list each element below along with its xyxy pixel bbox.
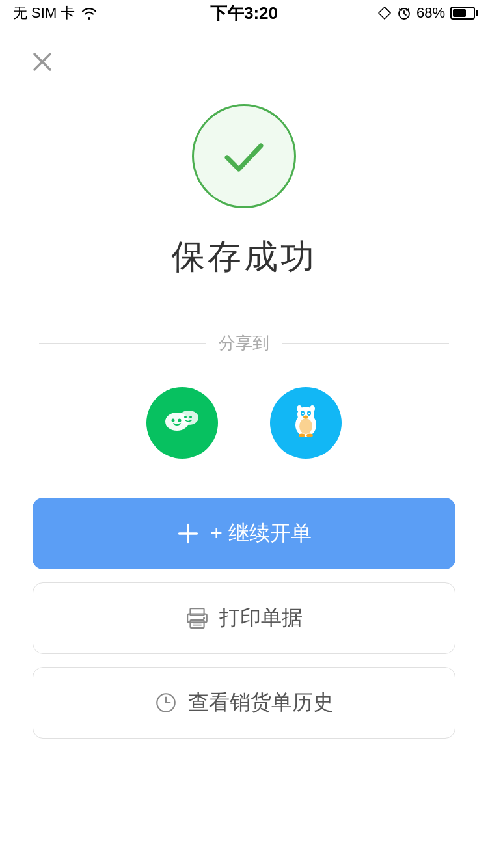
status-right: 68% xyxy=(377,5,475,21)
qq-icon xyxy=(286,403,326,443)
success-circle xyxy=(192,104,296,208)
svg-point-13 xyxy=(302,413,304,414)
plus-icon xyxy=(176,522,200,545)
location-icon xyxy=(377,6,392,20)
svg-point-14 xyxy=(308,413,310,414)
svg-point-15 xyxy=(303,416,308,419)
svg-point-19 xyxy=(297,405,302,412)
success-title: 保存成功 xyxy=(171,234,317,280)
close-icon xyxy=(31,50,54,74)
share-section: 分享到 xyxy=(0,306,488,485)
svg-point-6 xyxy=(178,419,182,422)
continue-button[interactable]: + 继续开单 xyxy=(33,498,455,569)
history-button[interactable]: 查看销货单历史 xyxy=(33,667,455,739)
svg-point-20 xyxy=(310,405,315,412)
continue-label: + 继续开单 xyxy=(210,519,312,548)
wechat-icon xyxy=(161,402,203,444)
print-icon xyxy=(185,606,209,630)
svg-point-18 xyxy=(306,434,313,437)
battery-percent: 68% xyxy=(416,5,445,21)
svg-point-8 xyxy=(189,416,192,418)
svg-point-17 xyxy=(299,434,305,437)
print-label: 打印单据 xyxy=(219,604,303,632)
divider-right xyxy=(282,343,449,344)
status-time: 下午3:20 xyxy=(210,2,278,25)
battery-icon xyxy=(450,7,475,20)
divider-left xyxy=(39,343,206,344)
svg-point-4 xyxy=(179,411,198,425)
battery-fill xyxy=(453,9,466,17)
history-label: 查看销货单历史 xyxy=(188,688,334,717)
share-label: 分享到 xyxy=(219,332,269,355)
svg-point-26 xyxy=(203,617,205,619)
share-divider: 分享到 xyxy=(39,332,449,355)
svg-rect-24 xyxy=(190,620,204,628)
wechat-share-button[interactable] xyxy=(146,387,218,459)
svg-point-5 xyxy=(172,419,175,422)
alarm-icon xyxy=(397,6,411,20)
status-bar: 无 SIM 卡 下午3:20 68% xyxy=(0,0,488,26)
history-icon xyxy=(154,691,178,714)
share-icons xyxy=(146,387,342,459)
close-area xyxy=(0,26,488,85)
close-button[interactable] xyxy=(26,46,59,78)
checkmark-icon xyxy=(218,130,270,182)
success-section: 保存成功 xyxy=(0,85,488,306)
no-sim-label: 无 SIM 卡 xyxy=(13,3,75,23)
svg-point-7 xyxy=(184,416,187,418)
print-button[interactable]: 打印单据 xyxy=(33,582,455,654)
status-left: 无 SIM 卡 xyxy=(13,3,98,23)
qq-share-button[interactable] xyxy=(270,387,342,459)
svg-point-16 xyxy=(299,418,312,434)
wifi-icon xyxy=(80,7,98,20)
actions-section: + 继续开单 打印单据 查看销货单历史 xyxy=(0,485,488,752)
